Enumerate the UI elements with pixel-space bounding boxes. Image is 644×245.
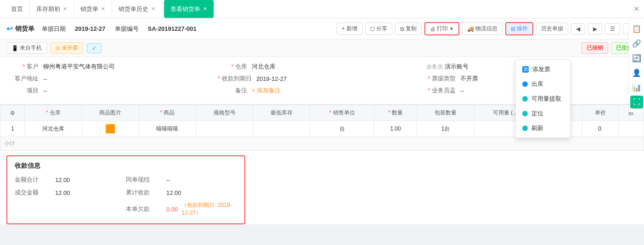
deal-amount-label: 成交金额 [15,188,51,197]
col-warehouse: 仓库 [25,105,82,121]
sidebar-icon-4[interactable]: 👤 [630,66,643,79]
payment-section: 收款信息 金额合计 12.00 同单现结 -- 成交金额 12.00 累计收款 … [6,155,245,224]
ticket-type-label: 票据类型 [426,74,458,83]
doc-number-label: 单据编号 [115,25,139,33]
tab-sales-history[interactable]: 销货单历史 ✕ [112,0,162,18]
col-pack-qty: 包装数量 [417,105,474,121]
doc-date-label: 单据日期 [42,25,66,33]
out-stock-label: 出库 [531,80,543,88]
tab-close-inventory[interactable]: ✕ [63,6,67,12]
refresh-label: 刷新 [531,124,543,132]
project-label: 项目 [9,86,41,95]
doc-title-text: 销货单 [15,25,34,33]
view-list-button[interactable]: ☰ [605,23,620,34]
sales-staff-label: 业务员盂 [426,86,458,95]
cumulative-value: 12.00 [166,189,181,196]
from-mobile-button[interactable]: 📱 来自手机 [6,42,47,54]
share-button[interactable]: ⬡ 分享 [365,23,392,35]
sidebar-icon-5[interactable]: 📊 [630,81,643,94]
project-value: -- [43,87,47,94]
row-product: 嘻嘻嘻嘻 [139,121,196,137]
available-qty-item[interactable]: 可用量提取 [516,91,570,106]
col-min-stock: 最低库存 [253,105,310,121]
subtotal-label: 小计 [0,137,644,151]
add-invoice-item[interactable]: 票 添发票 [516,62,570,77]
out-stock-item[interactable]: 出库 [516,77,570,91]
due-date-field: 收款到期日 2019-12-27 [218,74,426,83]
doc-number-value: SA-20191227-001 [148,25,197,32]
col-unit-price: 单价 [582,105,618,121]
col-spec: 规格型号 [196,105,253,121]
customer-field: 客户 柳州粤港平安气体有限公司 [9,63,218,71]
deal-amount-row: 成交金额 12.00 [15,188,126,198]
col-sales-unit: 销售单位 [310,105,374,121]
balance-row: 本单欠款 0.00 （收款到期日: 2019-12-27） [126,200,237,218]
locate-label: 定位 [531,109,543,118]
row-sales-unit: 台 [310,121,374,137]
sidebar-icon-3[interactable]: 🔄 [630,51,643,64]
due-date-label: 收款到期日 [218,74,254,83]
same-order-row: 同单现结 -- [126,175,237,185]
row-warehouse: 河北仓库 [25,121,82,137]
confirm-icon: ✓ [92,45,96,51]
operation-button[interactable]: ⊞ 操作 [506,23,532,34]
cumulative-label: 累计收款 [126,188,163,197]
print-icon: 🖨 [430,26,435,32]
address-field: 客户地址 -- [9,74,218,83]
doc-title-icon: ↩ [6,24,12,33]
ticket-type-value: 不开票 [460,74,478,83]
tab-close-view[interactable]: ✕ [203,6,207,12]
confirm-icon-area[interactable]: ✓ [87,43,102,53]
customer-label: 客户 [9,63,41,71]
tab-close-sales[interactable]: ✕ [101,6,105,12]
logistics-button[interactable]: 🚚 物流信息 [462,23,503,35]
add-invoice-icon: 票 [522,66,529,73]
col-gear: ⚙ [0,105,25,121]
row-pack-qty: 1台 [417,121,474,137]
sidebar-icon-1[interactable]: 📋 [630,22,643,35]
address-label: 客户地址 [9,74,41,83]
doc-meta: 单据日期 2019-12-27 单据编号 SA-20191227-001 [42,25,197,33]
not-open-button[interactable]: ⊙ 未开票 [51,42,83,54]
balance-label: 本单欠款 [126,205,163,213]
gear-icon: ⚙ [10,110,15,116]
out-stock-dot [522,81,528,87]
row-spec [196,121,253,137]
locate-item[interactable]: 定位 [516,106,570,121]
sidebar-icon-expand[interactable]: ⛶ [630,96,643,108]
sales-staff-value: -- [460,87,464,94]
share-icon: ⬡ [370,26,375,32]
deal-amount-value: 12.00 [55,189,70,196]
row-unit-price: 0. [582,121,618,137]
print-button[interactable]: 🖨 打印 ▼ [425,23,458,34]
same-order-value: -- [166,177,170,183]
tab-view-sales[interactable]: 查看销货单 ✕ [164,0,214,18]
invoice-icon: ⊙ [56,45,60,51]
total-label: 金额合计 [15,176,51,184]
prev-button[interactable]: ◀ [571,23,585,34]
add-button[interactable]: + 新增 [337,23,362,35]
tab-bar-close[interactable]: ✕ [633,5,639,13]
warehouse-label: 仓库 [218,63,250,71]
history-button[interactable]: 历史单据 [536,23,568,35]
doc-header: ↩ 销货单 单据日期 2019-12-27 单据编号 SA-20191227-0… [0,18,644,40]
refresh-item[interactable]: 刷新 [516,121,570,136]
copy-icon: ⧉ [400,26,404,32]
col-product: 商品 [139,105,196,121]
copy-button[interactable]: ⧉ 复制 [395,23,422,35]
sold-badge: 已核销 [582,42,608,54]
next-button[interactable]: ▶ [588,23,602,34]
tab-sales-order[interactable]: 销货单 ✕ [74,0,112,18]
tab-home[interactable]: 首页 [5,0,30,18]
operation-dropdown: 票 添发票 出库 可用量提取 定位 刷新 [515,60,571,138]
note-field: 备注 + 添加备注 [218,86,426,95]
sidebar-icon-2[interactable]: 🔗 [630,37,643,50]
operation-highlight-box: ⊞ 操作 [505,22,533,35]
address-value: -- [43,75,47,82]
add-invoice-label: 添发票 [532,65,550,74]
add-note-btn[interactable]: + 添加备注 [252,86,281,95]
print-highlight-box: 🖨 打印 ▼ [424,22,459,35]
tab-inventory-init[interactable]: 库存期初 ✕ [30,0,74,18]
staff-label: 业务员 [426,63,443,71]
tab-close-history[interactable]: ✕ [151,6,155,12]
